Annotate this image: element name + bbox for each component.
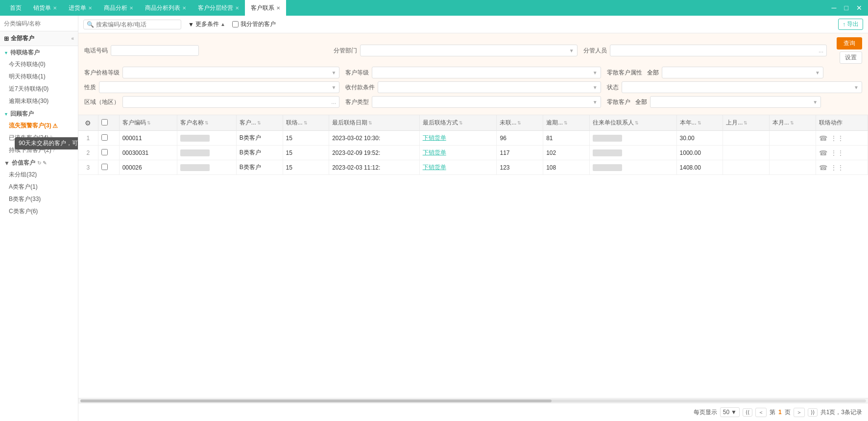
more-action-icon-3[interactable]: ⋮⋮ (830, 164, 844, 172)
edit-icon[interactable]: ✎ (43, 160, 47, 166)
refresh-icon[interactable]: ↻ (37, 160, 41, 166)
row-checkbox-3[interactable] (101, 164, 108, 170)
payment-select[interactable]: ▼ (378, 81, 601, 93)
export-button[interactable]: ↑ 导出 (838, 19, 863, 30)
query-button[interactable]: 查询 (837, 37, 862, 50)
maximize-button[interactable]: □ (843, 4, 850, 12)
tab-purchase[interactable]: 进货单 ✕ (63, 0, 98, 16)
row-contact-person-2 (589, 146, 676, 160)
sidebar-item-tomorrow[interactable]: 明天待联络(1) (0, 71, 78, 83)
tab-sales-close[interactable]: ✕ (53, 5, 57, 11)
row-checkbox-1[interactable] (101, 134, 108, 141)
lost-customer-group[interactable]: ▼ 回顾客户 (0, 107, 78, 120)
customer-level-filter: 客户等级 ▼ (345, 67, 601, 78)
row-uncontacted-1: 96 (497, 131, 543, 146)
contact-action-icon-1[interactable]: ☎ (819, 134, 827, 142)
triangle-icon: ▼ (4, 50, 8, 55)
next-page-button[interactable]: ＞ (794, 408, 805, 417)
contact-sort-icon[interactable]: ⇅ (304, 121, 308, 125)
last-page-button[interactable]: ⟩⟩ (808, 408, 818, 417)
row-checkbox-2[interactable] (101, 149, 108, 155)
tab-customer-tier[interactable]: 客户分层经营 ✕ (192, 0, 245, 16)
overdue-sort-icon[interactable]: ⇅ (564, 121, 568, 125)
type-sort-icon[interactable]: ⇅ (257, 121, 261, 125)
uncontacted-sort-icon[interactable]: ⇅ (517, 121, 521, 125)
code-sort-icon[interactable]: ⇅ (147, 121, 151, 125)
region-select[interactable]: ... (122, 96, 339, 108)
person-select[interactable]: ... (610, 45, 827, 56)
tab-customer-tier-close[interactable]: ✕ (235, 5, 239, 11)
status-select[interactable]: ▼ (622, 81, 862, 93)
retail-select[interactable]: ▼ (650, 96, 821, 108)
more-action-icon-2[interactable]: ⋮⋮ (830, 149, 844, 157)
tab-customer-contact-close[interactable]: ✕ (276, 5, 280, 11)
row-this-year-1: 30.00 (676, 131, 723, 146)
person-more[interactable]: ... (819, 47, 823, 54)
row-actions-1: ☎ ⋮⋮ (816, 131, 868, 146)
gear-icon[interactable]: ⚙ (85, 119, 91, 127)
all-customers-header[interactable]: ⊞ 全部客户 « (0, 31, 78, 46)
sidebar-item-overdue[interactable]: 逾期未联络(30) (0, 95, 78, 107)
gender-select[interactable]: ▼ (99, 81, 339, 93)
contact-action-icon-3[interactable]: ☎ (819, 164, 827, 172)
settings-button[interactable]: 设置 (840, 51, 862, 64)
tab-analysis-list[interactable]: 商品分析列表 ✕ (139, 0, 192, 16)
horizontal-scrollbar[interactable] (78, 398, 868, 403)
prev-page-button[interactable]: ＜ (755, 408, 767, 417)
region-more[interactable]: ... (331, 99, 336, 105)
tab-sales[interactable]: 销货单 ✕ (27, 0, 63, 16)
close-button[interactable]: ✕ (854, 4, 864, 12)
last-method-sort-icon[interactable]: ⇅ (459, 121, 463, 125)
sidebar-item-class-b[interactable]: B类客户(33) (0, 193, 78, 205)
phone-input[interactable] (111, 45, 199, 56)
sidebar-item-7days[interactable]: 近7天待联络(0) (0, 83, 78, 95)
row-name-2 (177, 146, 236, 160)
tab-home[interactable]: 首页 (4, 0, 27, 16)
tab-analysis[interactable]: 商品分析 ✕ (98, 0, 139, 16)
my-customers-checkbox-label[interactable]: 我分管的客户 (232, 20, 276, 28)
filter-row-1: 电话号码 分管部门 ▼ 分管人员 ... (84, 37, 862, 64)
sidebar-item-lost-warning[interactable]: 流失预警客户(3) ⚠ (0, 120, 78, 132)
scrollbar-thumb[interactable] (80, 399, 552, 402)
customer-level-select[interactable]: ▼ (372, 67, 601, 78)
table-row: 1 000011 B类客户 15 2023-03-02 10:30: 下销货单 … (78, 131, 868, 146)
price-level-select[interactable]: ▼ (122, 67, 339, 78)
sidebar-item-class-c[interactable]: C类客户(6) (0, 205, 78, 218)
value-customer-group[interactable]: ▼ 价值客户 ↻ ✎ (0, 156, 78, 169)
sidebar-item-class-a[interactable]: A类客户(1) (0, 181, 78, 193)
row-last-date-3: 2023-02-03 11:12: (329, 160, 420, 175)
select-all-checkbox[interactable] (101, 119, 108, 125)
tab-purchase-close[interactable]: ✕ (88, 5, 92, 11)
tab-analysis-close[interactable]: ✕ (129, 5, 133, 11)
row-num-3: 3 (78, 160, 98, 175)
row-last-date-2: 2023-02-09 19:52: (329, 146, 420, 160)
last-month-sort-icon[interactable]: ⇅ (744, 121, 747, 125)
contact-action-icon-2[interactable]: ☎ (819, 149, 827, 157)
this-month-sort-icon[interactable]: ⇅ (790, 121, 794, 125)
sidebar-item-ungrouped[interactable]: 未分组(32) (0, 169, 78, 181)
name-sort-icon[interactable]: ⇅ (205, 121, 209, 125)
tab-customer-contact[interactable]: 客户联系 ✕ (245, 0, 286, 16)
more-conditions-button[interactable]: ▼ 更多条件 ▲ (185, 19, 228, 29)
dept-select[interactable]: ▼ (360, 45, 577, 56)
last-date-sort-icon[interactable]: ⇅ (368, 121, 372, 125)
this-year-sort-icon[interactable]: ⇅ (698, 121, 701, 125)
retail-filter: 零散客户 全部 ▼ (607, 96, 862, 108)
customer-type-select[interactable]: ▼ (372, 96, 601, 108)
minimize-button[interactable]: ─ (830, 4, 839, 12)
search-input[interactable] (96, 21, 174, 28)
page-size-select[interactable]: 50 ▼ (720, 407, 740, 417)
col-uncontacted: 未联... ⇅ (497, 115, 543, 131)
retail-attr-select[interactable]: ▼ (662, 67, 823, 78)
collapse-icon[interactable]: « (71, 36, 74, 41)
tab-analysis-list-close[interactable]: ✕ (182, 5, 186, 11)
sidebar-search-input[interactable] (4, 20, 77, 27)
contact-person-sort-icon[interactable]: ⇅ (635, 121, 639, 125)
pending-contact-group[interactable]: ▼ 待联络客户 (0, 46, 78, 58)
sidebar-item-today[interactable]: 今天待联络(0) (0, 58, 78, 71)
first-page-button[interactable]: ⟨⟨ (743, 408, 752, 417)
row-name-3 (177, 160, 236, 175)
more-action-icon-1[interactable]: ⋮⋮ (830, 134, 844, 142)
my-customers-checkbox[interactable] (232, 21, 239, 27)
row-last-method-2: 下销货单 (419, 146, 497, 160)
